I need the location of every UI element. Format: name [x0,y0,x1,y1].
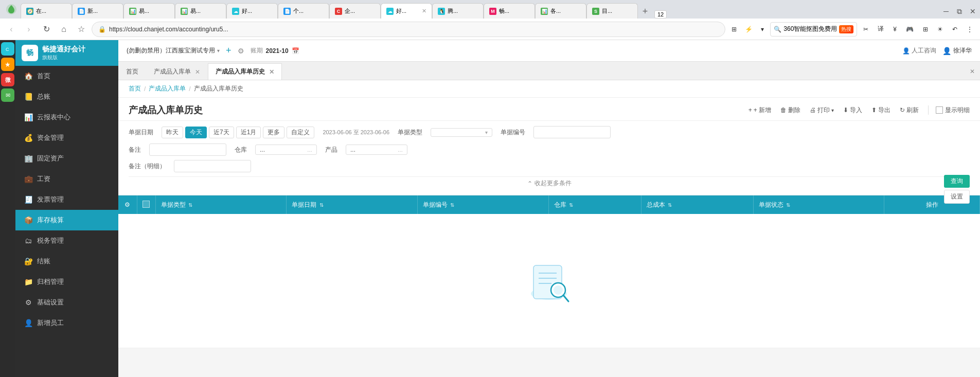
export-button[interactable]: ⬆ 导出 [869,105,893,116]
th-warehouse[interactable]: 仓库 ⇅ [548,195,641,214]
delete-button[interactable]: 🗑 删除 [778,105,803,116]
close-tab-panel-button[interactable]: ✕ [965,63,980,80]
date-btn-7days[interactable]: 近7天 [209,127,234,138]
sidebar-icon-star[interactable]: ★ [1,58,14,71]
th-doc-type[interactable]: 单据类型 ⇅ [155,195,287,214]
sidebar-icon-mail[interactable]: ✉ [1,88,14,102]
th-doc-no[interactable]: 单据编号 ⇅ [417,195,548,214]
tab-4[interactable]: 📊 易... [175,3,226,19]
customer-service-btn[interactable]: 👤 人工咨询 [902,46,936,55]
org-selector[interactable]: (勿删勿禁用）江西服宝测试专用 ▾ [127,46,220,55]
search-box[interactable]: 🔍 360智能抠图免费用 热搜 [770,22,857,37]
back-button[interactable]: ‹ [4,22,19,37]
doc-type-select[interactable]: ▾ [431,128,492,137]
tab-2[interactable]: 📄 新... [72,3,123,19]
breadcrumb-parent[interactable]: 产成品入库单 [149,84,186,93]
page-tab-inventory-history[interactable]: 产成品入库单历史 ✕ [208,63,282,80]
collapse-button[interactable]: ⌃ 收起更多条件 [527,179,572,188]
sidebar-item-archive[interactable]: 📁 归档管理 [15,272,118,292]
sidebar-item-home[interactable]: 🏠 首页 [15,66,118,86]
tab-8-active[interactable]: ☁ 好... ✕ [381,3,432,19]
tab-1[interactable]: 🧭 在... [21,3,72,19]
refresh-button[interactable]: ↻ [39,22,54,37]
doc-no-sort-icon[interactable]: ⇅ [450,202,454,208]
product-select[interactable]: ... … [346,145,407,155]
calendar-icon[interactable]: 📅 [292,47,299,55]
new-tab-button[interactable]: + [638,4,652,19]
th-doc-date[interactable]: 单据日期 ⇅ [287,195,418,214]
translate-icon-btn[interactable]: 译 [875,22,887,37]
page-tab-inventory-list[interactable]: 产成品入库单 ✕ [146,63,208,80]
print-button[interactable]: 🖨 打印 ▾ [808,105,836,116]
tab-11[interactable]: 📊 各... [535,3,586,19]
minimize-button[interactable]: ─ [941,6,951,16]
warehouse-select[interactable]: ... … [255,145,317,155]
yuan-icon-btn[interactable]: ¥ [890,22,900,37]
import-button[interactable]: ⬇ 导入 [841,105,864,116]
remark-detail-input[interactable] [174,160,251,172]
add-org-button[interactable]: + [226,45,231,56]
tab-10[interactable]: M 畅... [484,3,535,19]
gear-column-icon[interactable]: ⚙ [124,201,130,208]
grid-icon-btn[interactable]: ⊞ [728,22,740,37]
th-total-cost[interactable]: 总成本 ⇅ [642,195,754,214]
page-tab-home[interactable]: 首页 [118,63,146,80]
tab-9[interactable]: 🐧 腾... [432,3,484,19]
th-gear[interactable]: ⚙ [118,195,137,214]
tab-12[interactable]: S 目... [586,3,638,19]
date-btn-custom[interactable]: 自定义 [287,127,314,138]
doc-no-input[interactable] [533,126,611,138]
lightning-icon-btn[interactable]: ⚡ [742,22,756,37]
sidebar-item-cloud-report[interactable]: 📊 云报表中心 [15,107,118,128]
doc-type-sort-icon[interactable]: ⇅ [188,202,192,208]
sidebar-item-basic-settings[interactable]: ⚙ 基础设置 [15,292,118,313]
undo-icon-btn[interactable]: ↶ [949,22,960,37]
scissors-icon-btn[interactable]: ✂ [860,22,871,37]
settings-button[interactable]: 设置 [944,190,970,204]
tab-7[interactable]: C 企... [329,3,381,19]
tab-8-close[interactable]: ✕ [422,8,426,14]
dropdown-icon-btn[interactable]: ▾ [758,22,767,37]
th-doc-status[interactable]: 单据状态 ⇅ [753,195,884,214]
tab-6[interactable]: 📄 个... [278,3,329,19]
game-icon-btn[interactable]: 🎮 [903,22,917,37]
doc-status-sort-icon[interactable]: ⇅ [786,202,790,208]
total-cost-sort-icon[interactable]: ⇅ [668,202,672,208]
date-btn-more[interactable]: 更多 [263,127,284,138]
warehouse-sort-icon[interactable]: ⇅ [569,202,573,208]
nav-header[interactable]: 畅 畅捷通好会计 旗舰版 [15,40,118,66]
date-btn-yesterday[interactable]: 昨天 [162,127,183,138]
home-button[interactable]: ⌂ [57,22,71,37]
show-columns-checkbox[interactable] [936,106,943,114]
sidebar-item-new-entry[interactable]: 👤 新增员工 [15,313,118,333]
new-record-button[interactable]: + + 新增 [746,105,773,116]
sidebar-item-general-ledger[interactable]: 📒 总账 [15,86,118,107]
remark-input[interactable] [149,143,226,156]
breadcrumb-home[interactable]: 首页 [129,84,141,93]
sidebar-item-payroll[interactable]: 💼 工资 [15,169,118,189]
doc-date-sort-icon[interactable]: ⇅ [319,202,324,208]
sidebar-item-inventory[interactable]: 📦 库存核算 [15,210,118,230]
sidebar-item-tax[interactable]: 🗂 税务管理 [15,230,118,251]
apps-icon-btn[interactable]: ⊞ [920,22,931,37]
sidebar-item-fixed-assets[interactable]: 🏢 固定资产 [15,148,118,169]
tab-3[interactable]: 📊 易... [123,3,175,19]
tab-5[interactable]: ☁ 好... [226,3,278,19]
page-tab-inventory-history-close[interactable]: ✕ [269,68,274,76]
sidebar-icon-weibo[interactable]: 微 [1,73,14,86]
close-button[interactable]: ✕ [968,6,978,16]
restore-button[interactable]: ⧉ [954,6,965,16]
select-all-checkbox[interactable] [142,201,150,208]
sidebar-item-invoice[interactable]: 🧾 发票管理 [15,189,118,210]
sidebar-icon-chanjet[interactable]: C [1,42,14,56]
url-bar[interactable]: 🔒 https://cloud.chanjet.com/accounting/u… [92,22,725,37]
more-icon-btn[interactable]: ⋮ [964,22,976,37]
sidebar-item-fund-mgmt[interactable]: 💰 资金管理 [15,128,118,148]
show-columns-toggle[interactable]: 显示明细 [936,106,970,115]
refresh-data-button[interactable]: ↻ 刷新 [898,105,921,116]
org-settings-icon[interactable]: ⚙ [238,47,244,55]
sidebar-item-checkout[interactable]: 🔐 结账 [15,251,118,272]
date-btn-today[interactable]: 今天 [185,127,207,138]
th-checkbox[interactable] [137,195,155,214]
date-btn-1month[interactable]: 近1月 [236,127,261,138]
